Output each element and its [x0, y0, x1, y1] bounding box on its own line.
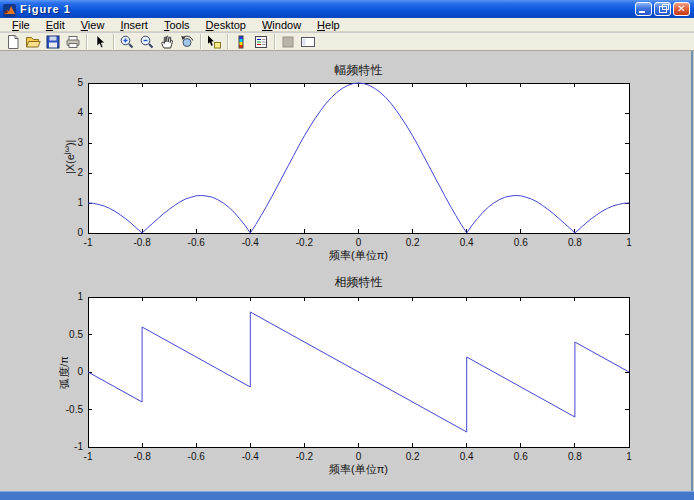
toolbar-separator: [227, 34, 228, 49]
minimize-icon: [639, 11, 645, 13]
magnitude-xtick-label: -0.6: [188, 237, 206, 248]
phase-plot-title: 相频特性: [88, 274, 629, 291]
magnitude-xtick-label: 1: [626, 237, 632, 248]
magnitude-xtick-label: -0.8: [133, 237, 151, 248]
magnitude-xtick-label: 0.4: [460, 237, 474, 248]
phase-xtick-label: -0.6: [188, 451, 206, 462]
insert-colorbar-icon[interactable]: [231, 33, 251, 50]
menu-window[interactable]: Window: [254, 19, 309, 31]
phase-xtick-label: 1: [626, 451, 632, 462]
zoom-in-icon[interactable]: [117, 33, 137, 50]
magnitude-ytick-label: 4: [77, 107, 83, 118]
restore-button[interactable]: [654, 2, 671, 16]
close-button[interactable]: ✕: [673, 2, 690, 16]
magnitude-ytick-label: 0: [77, 227, 83, 238]
title-bar[interactable]: Figure 1 ✕: [0, 0, 694, 18]
phase-ytick-label: 1: [77, 291, 83, 302]
magnitude-ytick-label: 3: [77, 137, 83, 148]
toolbar-separator: [274, 34, 275, 49]
magnitude-xtick-label: -1: [84, 237, 93, 248]
phase-ytick-label: 0: [77, 366, 83, 377]
phase-xtick-label: 0.8: [568, 451, 582, 462]
phase-xtick-label: 0.2: [406, 451, 420, 462]
magnitude-axes-box: [88, 83, 629, 233]
menu-help[interactable]: Help: [309, 19, 348, 31]
matlab-logo-icon: [3, 3, 16, 16]
magnitude-xtick-label: -0.4: [242, 237, 260, 248]
insert-legend-icon[interactable]: [251, 33, 271, 50]
new-document-icon[interactable]: [3, 33, 23, 50]
menu-tools[interactable]: Tools: [156, 19, 198, 31]
menu-insert[interactable]: Insert: [112, 19, 156, 31]
magnitude-xtick-label: 0.2: [406, 237, 420, 248]
phase-xtick-label: -0.8: [133, 451, 151, 462]
phase-ytick-label: -1: [74, 441, 83, 452]
minimize-button[interactable]: [635, 2, 652, 16]
menu-view[interactable]: View: [73, 19, 113, 31]
magnitude-plot-title: 幅频特性: [88, 62, 629, 79]
phase-xtick-label: 0: [356, 451, 362, 462]
zoom-out-icon[interactable]: [137, 33, 157, 50]
restore-icon: [659, 6, 667, 13]
toolbar-separator: [200, 34, 201, 49]
toolbar-separator: [86, 34, 87, 49]
phase-xtick-label: -0.4: [242, 451, 260, 462]
window-bottom-border: [0, 491, 694, 500]
phase-xtick-label: -1: [84, 451, 93, 462]
magnitude-ytick-label: 2: [77, 167, 83, 178]
window-title: Figure 1: [20, 3, 71, 15]
pan-hand-icon[interactable]: [157, 33, 177, 50]
figure-window: Figure 1 ✕ File Edit View Insert Tools D…: [0, 0, 694, 500]
magnitude-xlabel: 频率(单位π): [88, 248, 629, 263]
phase-xtick-label: 0.6: [514, 451, 528, 462]
magnitude-xtick-label: 0.6: [514, 237, 528, 248]
blank-square-icon[interactable]: [278, 33, 298, 50]
plot-panel-icon[interactable]: [298, 33, 318, 50]
magnitude-ylabel: |X(ejω)|: [62, 82, 76, 232]
phase-xtick-label: -0.2: [296, 451, 314, 462]
plots-svg[interactable]: -1-0.8-0.6-0.4-0.200.20.40.60.81012345-1…: [0, 51, 694, 492]
magnitude-xtick-label: 0: [356, 237, 362, 248]
arrow-cursor-icon[interactable]: [90, 33, 110, 50]
print-icon[interactable]: [63, 33, 83, 50]
menu-file[interactable]: File: [4, 19, 38, 31]
phase-xlabel: 频率(单位π): [88, 462, 629, 477]
window-right-border: [691, 51, 693, 492]
menu-desktop[interactable]: Desktop: [198, 19, 254, 31]
magnitude-ytick-label: 1: [77, 197, 83, 208]
close-icon: ✕: [674, 3, 689, 15]
open-folder-icon[interactable]: [23, 33, 43, 50]
figure-toolbar: [0, 33, 694, 51]
window-controls: ✕: [635, 2, 690, 16]
menu-bar: File Edit View Insert Tools Desktop Wind…: [0, 18, 694, 32]
phase-ylabel: 弧度/π: [57, 298, 72, 448]
toolbar-separator: [113, 34, 114, 49]
phase-xtick-label: 0.4: [460, 451, 474, 462]
figure-canvas: -1-0.8-0.6-0.4-0.200.20.40.60.81012345-1…: [0, 51, 694, 492]
menu-edit[interactable]: Edit: [38, 19, 73, 31]
save-icon[interactable]: [43, 33, 63, 50]
magnitude-ytick-label: 5: [77, 77, 83, 88]
magnitude-xtick-label: -0.2: [296, 237, 314, 248]
magnitude-xtick-label: 0.8: [568, 237, 582, 248]
data-cursor-icon[interactable]: [204, 33, 224, 50]
rotate-3d-icon[interactable]: [177, 33, 197, 50]
